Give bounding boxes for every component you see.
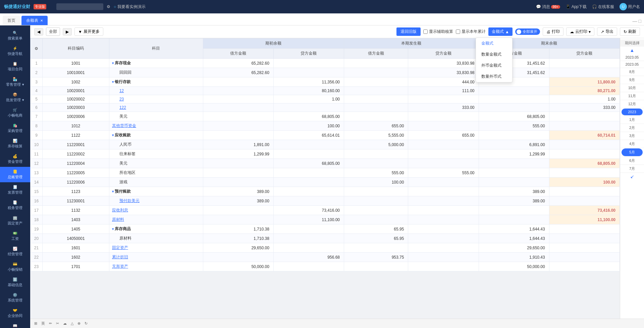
- status-icon-6[interactable]: ⊕: [77, 321, 80, 326]
- dropdown-item-shu-liang-jin-e[interactable]: 数量金额式: [476, 49, 512, 60]
- show-year-input[interactable]: [456, 29, 460, 34]
- sidebar-item-quick-nav[interactable]: ⚡ 快捷导航: [0, 44, 30, 59]
- amount-cell-pe_debit: 6,891.00: [479, 140, 549, 149]
- account-name-cell[interactable]: 12: [109, 87, 203, 95]
- settings-gear-icon[interactable]: ⚙: [35, 46, 38, 51]
- tab-home[interactable]: 首页: [3, 16, 20, 25]
- sidebar-item-operations[interactable]: 📈 经营管理: [0, 244, 30, 259]
- account-name-cell[interactable]: 预付款美元: [109, 196, 203, 206]
- status-lang[interactable]: 英: [41, 321, 45, 326]
- period-item-11[interactable]: 11月: [620, 92, 644, 100]
- amount-cell-pe_credit: [549, 253, 620, 262]
- return-old-version-button[interactable]: 退回旧版: [396, 27, 421, 36]
- sidebar-item-expense[interactable]: 💳 小畅报销: [0, 259, 30, 275]
- amount-cell-ps_credit: [273, 149, 344, 159]
- period-down-icon[interactable]: ↙: [630, 174, 634, 179]
- status-icon-7[interactable]: ↻: [85, 321, 88, 326]
- period-item-9[interactable]: 9月: [620, 76, 644, 84]
- account-name-cell[interactable]: 无形资产: [109, 262, 203, 271]
- account-name-cell[interactable]: 原材料: [109, 215, 203, 224]
- period-item-12[interactable]: 12月: [620, 100, 644, 108]
- account-name-cell[interactable]: 固定资产: [109, 243, 203, 253]
- sidebar-item-enterprise[interactable]: 🤝 企业协同: [0, 306, 30, 321]
- gear-settings-icon[interactable]: ⚙: [107, 4, 110, 9]
- demo-link[interactable]: ○ 我要看实例演示: [114, 4, 146, 10]
- account-name-cell[interactable]: 122: [109, 104, 203, 112]
- amount-cell-pe_credit: 60,714.01: [549, 131, 620, 140]
- nav-forward-button[interactable]: ▶: [63, 28, 72, 36]
- top-bar-search-input[interactable]: [56, 3, 103, 10]
- period-item-1[interactable]: 1月: [620, 116, 644, 124]
- amount-cell-ps_credit: 73,416.00: [273, 206, 344, 215]
- period-item-2023[interactable]: 2023: [622, 109, 643, 116]
- status-icon-4[interactable]: ☁: [63, 321, 67, 326]
- minimize-icon[interactable]: —: [633, 18, 637, 24]
- expand-more-button[interactable]: ▼ 展开更多: [74, 27, 103, 36]
- period-item-8[interactable]: 8月: [620, 68, 644, 76]
- nav-back-button[interactable]: ◀: [34, 28, 43, 36]
- sidebar-item-inventory[interactable]: 📊 库存核算: [0, 136, 30, 151]
- period-item-5[interactable]: 5月: [622, 148, 643, 156]
- period-item-7[interactable]: 7月: [620, 165, 644, 173]
- account-name-cell: 所在地区: [109, 168, 203, 178]
- sidebar-item-project[interactable]: 📋 项目合同: [0, 59, 30, 74]
- sidebar-item-general-ledger[interactable]: 📒 总账管理: [0, 167, 30, 182]
- show-year-checkbox[interactable]: 显示本年累计: [456, 29, 486, 35]
- export-button[interactable]: ↗ 导出: [597, 27, 617, 36]
- period-item-3[interactable]: 3月: [620, 132, 644, 140]
- sidebar-item-basic-info[interactable]: ℹ️ 基础信息: [0, 275, 30, 290]
- sidebar-item-capital[interactable]: 💰 资金管理: [0, 151, 30, 167]
- account-name-cell: 原材料: [109, 234, 203, 243]
- sidebar-item-guide[interactable]: 📖 新手引导: [0, 321, 30, 328]
- account-name-cell: 人民币: [109, 140, 203, 149]
- online-service[interactable]: 🎧 在线客服: [592, 4, 614, 10]
- account-name-cell[interactable]: 23: [109, 95, 203, 104]
- expense-icon: 💳: [13, 262, 17, 266]
- dropdown-item-wai-bi-jin-e[interactable]: 外币金额式: [476, 60, 512, 71]
- refresh-button[interactable]: ↻ 刷新: [620, 27, 640, 36]
- top-bar: 畅捷通好业财 专业版 ⚙ ○ 我要看实例演示 💬 消息 99+ 📱 App下载 …: [0, 0, 644, 13]
- period-item-10[interactable]: 10月: [620, 84, 644, 92]
- status-icon-1[interactable]: ⊞: [34, 321, 37, 326]
- sidebar-item-payroll[interactable]: 💵 工资: [0, 228, 30, 244]
- period-item-2023-05-2[interactable]: 2023.05: [620, 61, 644, 68]
- sidebar-item-invoice[interactable]: 🧾 发票管理: [0, 182, 30, 198]
- sidebar-item-purchase[interactable]: 🛍️ 采购管理: [0, 121, 30, 136]
- account-name-cell[interactable]: 应收利息: [109, 206, 203, 215]
- tab-yue-biao[interactable]: 余额表 ✕: [21, 16, 48, 25]
- table-container[interactable]: ⚙ 科目编码 科目 期初余额 本期发生额 期末余额 借方金额 贷方金额 借方金额…: [30, 38, 620, 319]
- status-icon-5[interactable]: △: [71, 321, 73, 326]
- status-icon-3[interactable]: ✂: [56, 321, 59, 326]
- period-item-2[interactable]: 2月: [620, 124, 644, 132]
- show-aux-input[interactable]: [423, 29, 428, 34]
- dropdown-item-jin-e-shi[interactable]: 金额式: [476, 38, 512, 49]
- status-icon-2[interactable]: ✏: [49, 321, 52, 326]
- all-filter-btn[interactable]: 全部: [46, 27, 60, 36]
- maximize-icon[interactable]: □: [639, 18, 641, 24]
- th-settings[interactable]: ⚙: [31, 39, 43, 59]
- sidebar-item-fixed-assets[interactable]: 🏢 固定资产: [0, 213, 30, 228]
- period-up-icon[interactable]: ▲: [630, 48, 635, 53]
- app-download[interactable]: 📱 App下载: [566, 4, 587, 10]
- account-name-cell[interactable]: 其他货币资金: [109, 121, 203, 131]
- print-button[interactable]: 🖨 打印: [543, 27, 564, 36]
- sidebar-item-retail[interactable]: 🏪 零售管理 ▾: [0, 74, 30, 90]
- sidebar-item-wholesale[interactable]: 📦 批发管理 ▾: [0, 90, 30, 105]
- expand-all-toggle[interactable]: 全部展开: [515, 28, 540, 35]
- sidebar-item-search[interactable]: 🔍 搜索菜单: [0, 28, 30, 44]
- message-area[interactable]: 💬 消息 99+: [536, 4, 560, 10]
- period-item-6[interactable]: 6月: [620, 157, 644, 165]
- sidebar-item-system[interactable]: ⚙️ 系统管理: [0, 290, 30, 306]
- show-aux-checkbox[interactable]: 显示辅助核算: [423, 29, 453, 35]
- period-item-2023-05-1[interactable]: 2023.05: [620, 54, 644, 61]
- account-name-cell[interactable]: 累计折旧: [109, 253, 203, 262]
- cloud-print-button[interactable]: ☁ 云打印 ▾: [566, 27, 594, 36]
- amount-cell-pe_debit: 50,000.00: [479, 262, 549, 271]
- tab-close-icon[interactable]: ✕: [40, 19, 43, 22]
- sidebar-item-tax[interactable]: 📑 税务管理: [0, 198, 30, 213]
- dropdown-item-shu-liang-wai-bi[interactable]: 数量外币式: [476, 71, 512, 82]
- user-area[interactable]: U 用户名: [620, 3, 640, 10]
- sidebar-item-ecom[interactable]: 🛒 小畅电商: [0, 105, 30, 121]
- period-item-4[interactable]: 4月: [620, 140, 644, 148]
- amount-mode-button[interactable]: 金额式 ▲: [488, 27, 513, 36]
